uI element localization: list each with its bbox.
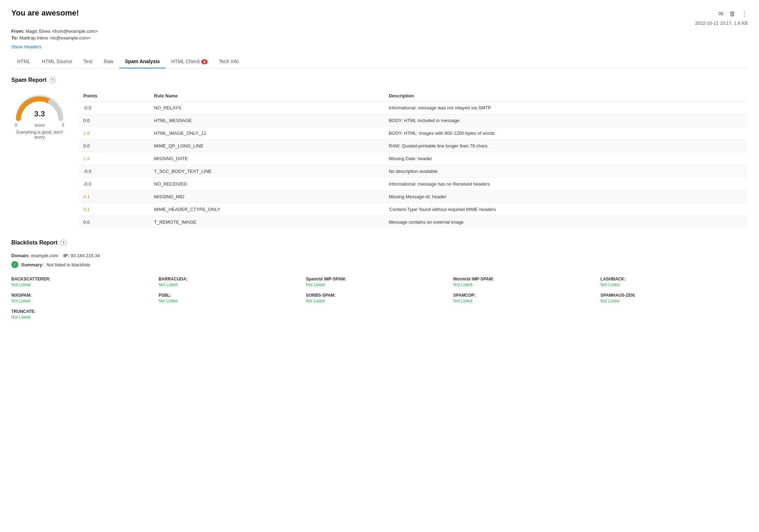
blacklist-value: Not Listed (453, 282, 600, 287)
table-row: -0.0T_SCC_BODY_TEXT_LINENo description a… (79, 165, 748, 178)
show-headers-link[interactable]: Show Headers (11, 44, 41, 49)
points-cell: -0.0 (79, 165, 150, 178)
blacklist-label: SORBS-SPAM: (306, 293, 453, 298)
rule-cell: NO_RECEIVED (150, 178, 384, 191)
blacklist-item: SPAMCOP:Not Listed (453, 291, 600, 305)
rule-cell: HTML_MESSAGE (150, 114, 384, 127)
blacklist-item: TRUNCATE:Not Listed (11, 308, 159, 321)
blacklists-help-icon[interactable]: ? (60, 240, 67, 246)
date-meta: 2022-10-11 10:17, 1.6 KB (695, 20, 748, 26)
tab-tech-info[interactable]: Tech Info (213, 55, 245, 68)
summary-label: Summary: (21, 262, 44, 267)
blacklist-label: TRUNCATE: (11, 309, 159, 314)
blacklist-value: Not Listed (159, 282, 306, 287)
blacklist-label: Wormrbl IMP-SPAM: (453, 277, 600, 282)
email-icon[interactable]: ✉ (718, 10, 724, 18)
tab-html-source[interactable]: HTML Source (36, 55, 78, 68)
to-value: Mailtrap Inbox <to@example.com> (19, 35, 91, 41)
blacklist-label: LASHBACK: (600, 277, 748, 282)
ip-value: 93.184.216.34 (71, 253, 100, 258)
points-cell: 0.0 (79, 114, 150, 127)
check-icon: ✓ (11, 261, 18, 268)
description-cell: No description available. (384, 165, 748, 178)
summary-value: Not listed in blacklists (47, 262, 90, 267)
table-row: -0.0NO_RECEIVEDInformational: message ha… (79, 178, 748, 191)
ip-label: IP: (63, 253, 69, 258)
table-row: -0.0NO_RELAYSInformational: message was … (79, 102, 748, 114)
blacklist-item: SORBS-SPAM:Not Listed (306, 291, 453, 305)
points-cell: 0.0 (79, 140, 150, 152)
tab-raw[interactable]: Raw (98, 55, 119, 68)
blacklist-item: BACKSCATTERER:Not Listed (11, 275, 159, 289)
rule-cell: MISSING_MID (150, 191, 384, 203)
title: You are awesome! (11, 8, 79, 18)
points-cell: -0.0 (79, 102, 150, 114)
rule-cell: NO_RELAYS (150, 102, 384, 114)
spam-report-help-icon[interactable]: ? (49, 77, 56, 83)
col-rule: Rule Name (150, 90, 384, 102)
blacklist-item: Spamrbl IMP-SPAM:Not Listed (306, 275, 453, 289)
blacklist-label: BARRACUDA: (159, 277, 306, 282)
blacklist-item: LASHBACK:Not Listed (600, 275, 748, 289)
gauge-message: Everything is good, don't worry (15, 130, 64, 140)
tab-text[interactable]: Text (78, 55, 98, 68)
domain-label: Domain: (11, 253, 30, 258)
blacklist-item: NIXSPAM:Not Listed (11, 291, 159, 305)
blacklist-label: SPAMHAUS-ZEN: (600, 293, 748, 298)
more-icon[interactable]: ⋮ (741, 10, 748, 18)
description-cell: 'Content-Type' found without required MI… (384, 203, 748, 216)
blacklist-item: Wormrbl IMP-SPAM:Not Listed (453, 275, 600, 289)
description-cell: BODY: HTML included in message (384, 114, 748, 127)
description-cell: RAW: Quoted-printable line longer than 7… (384, 140, 748, 152)
gauge-min: 0 (15, 123, 17, 128)
rule-cell: T_REMOTE_IMAGE (150, 216, 384, 229)
rule-cell: MIME_HEADER_CTYPE_ONLY (150, 203, 384, 216)
domain-value: example.com (31, 253, 58, 258)
blacklist-value: Not Listed (453, 298, 600, 303)
table-row: 1.6HTML_IMAGE_ONLY_12BODY: HTML: images … (79, 127, 748, 140)
blacklist-value: Not Listed (11, 298, 159, 303)
tabs: HTML HTML Source Text Raw Spam Analysis … (11, 55, 748, 68)
description-cell: BODY: HTML: images with 800-1200 bytes o… (384, 127, 748, 140)
tab-html[interactable]: HTML (11, 55, 36, 68)
table-row: 0.0MIME_QP_LONG_LINERAW: Quoted-printabl… (79, 140, 748, 152)
table-row: 0.0HTML_MESSAGEBODY: HTML included in me… (79, 114, 748, 127)
description-cell: Informational: message has no Received h… (384, 178, 748, 191)
delete-icon[interactable]: 🗑 (729, 10, 736, 18)
col-points: Points (79, 90, 150, 102)
blacklist-value: Not Listed (600, 282, 748, 287)
blacklist-item: SPAMHAUS-ZEN:Not Listed (600, 291, 748, 305)
points-cell: 1.6 (79, 127, 150, 140)
blacklist-value: Not Listed (11, 282, 159, 287)
blacklist-label: Spamrbl IMP-SPAM: (306, 277, 453, 282)
table-row: 0.1MISSING_MIDMissing Message-Id: header (79, 191, 748, 203)
tab-html-check[interactable]: HTML Check6 (166, 55, 213, 68)
description-cell: Missing Date: header (384, 152, 748, 165)
description-cell: Missing Message-Id: header (384, 191, 748, 203)
spam-table: Points Rule Name Description -0.0NO_RELA… (79, 90, 748, 228)
from-value: Magic Elves <from@example.com> (25, 29, 98, 34)
gauge-score-label: score (34, 123, 44, 128)
to-label: To: (11, 35, 18, 41)
points-cell: 0.0 (79, 216, 150, 229)
tab-spam-analysis[interactable]: Spam Analysis (119, 55, 166, 68)
blacklist-label: SPAMCOP: (453, 293, 600, 298)
description-cell: Message contains an external image (384, 216, 748, 229)
points-cell: 1.4 (79, 152, 150, 165)
points-cell: 0.1 (79, 191, 150, 203)
blacklist-value: Not Listed (306, 298, 453, 303)
rule-cell: MIME_QP_LONG_LINE (150, 140, 384, 152)
blacklist-value: Not Listed (600, 298, 748, 303)
gauge-max: 5 (62, 123, 64, 128)
gauge-svg: 3.3 (11, 90, 68, 122)
table-row: 1.4MISSING_DATEMissing Date: header (79, 152, 748, 165)
blacklists-title: Blacklists Report (11, 240, 58, 246)
blacklist-value: Not Listed (11, 315, 159, 320)
blacklist-item: PSBL:Not Listed (159, 291, 306, 305)
blacklist-value: Not Listed (159, 298, 306, 303)
blacklist-label: PSBL: (159, 293, 306, 298)
points-cell: -0.0 (79, 178, 150, 191)
blacklist-item: BARRACUDA:Not Listed (159, 275, 306, 289)
points-cell: 0.1 (79, 203, 150, 216)
svg-text:3.3: 3.3 (34, 109, 45, 118)
